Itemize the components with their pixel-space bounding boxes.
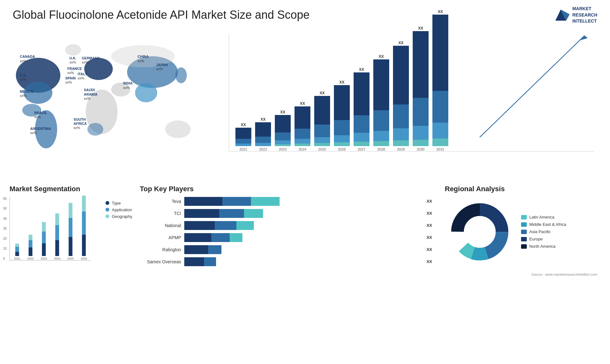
bar-2025: XX 2025 (314, 91, 330, 151)
bar-chart: XX 2021 XX 2022 XX 2023 (229, 34, 594, 152)
map-label-germany: GERMANYxx% (82, 56, 100, 64)
seg-bar-2024: 2024 (51, 213, 63, 260)
north-america-color (521, 244, 527, 249)
seg-legend-geography: Geography (105, 214, 132, 219)
seg-bar-2023: 2023 (38, 222, 50, 260)
svg-point-8 (87, 123, 103, 136)
map-label-india: INDIAxx% (123, 81, 133, 90)
player-row-tci: TCI XX (140, 209, 432, 218)
map-label-brazil: BRAZILxx% (34, 111, 47, 119)
logo-area: MARKET RESEARCH INTELLECT (552, 6, 597, 24)
svg-point-23 (464, 216, 496, 248)
donut-chart (445, 197, 515, 267)
donut-container: Latin America Middle East & Africa Asia … (445, 197, 597, 267)
map-label-uk: U.K.xx% (70, 56, 77, 64)
page-title: Global Fluocinolone Acetonide API Market… (13, 8, 310, 22)
regional-legend: Latin America Middle East & Africa Asia … (521, 215, 566, 249)
legend-north-america: North America (521, 244, 566, 249)
logo-icon (552, 6, 570, 24)
legend-mea: Middle East & Africa (521, 222, 566, 227)
europe-color (521, 237, 527, 241)
seg-legend-type: Type (105, 201, 132, 206)
map-section: CANADAxx% U.S.xx% MEXICOxx% BRAZILxx% AR… (10, 28, 216, 180)
regional-title: Regional Analysis (445, 185, 597, 193)
map-label-spain: SPAINxx% (65, 76, 76, 84)
mea-color (521, 222, 527, 227)
source-text: Source : www.marketresearchintellect.com (0, 271, 610, 278)
bar-2026: XX 2026 (334, 80, 350, 151)
latin-america-color (521, 215, 527, 219)
map-label-canada: CANADAxx% (20, 55, 35, 63)
player-row-national: National XX (140, 221, 432, 230)
header: Global Fluocinolone Acetonide API Market… (0, 0, 610, 28)
map-label-argentina: ARGENTINAxx% (30, 127, 51, 135)
asia-pacific-color (521, 230, 527, 234)
player-bar-samex (184, 257, 422, 266)
bar-2028: XX 2028 (373, 54, 389, 151)
legend-asia-pacific: Asia Pacific (521, 229, 566, 234)
player-bar-apmp (184, 233, 422, 242)
seg-bar-2025: 2025 (65, 203, 76, 260)
player-row-ralington: Ralington XX (140, 245, 432, 254)
content-area: CANADAxx% U.S.xx% MEXICOxx% BRAZILxx% AR… (0, 28, 610, 271)
legend-latin-america: Latin America (521, 215, 566, 219)
regional-section: Regional Analysis (442, 183, 600, 271)
svg-point-13 (165, 120, 191, 138)
seg-chart-area: 6050403020100 2021 (10, 197, 91, 260)
map-label-mexico: MEXICOxx% (20, 90, 34, 98)
player-row-samex: Samex Overseas XX (140, 257, 432, 266)
segmentation-section: Market Segmentation 6050403020100 2021 (10, 183, 130, 271)
svg-point-14 (65, 44, 81, 56)
bar-chart-section: XX 2021 XX 2022 XX 2023 (216, 28, 600, 180)
bar-2021: XX 2021 (235, 123, 251, 151)
player-bar-tci (184, 209, 422, 218)
player-row-apmp: APMP XX (140, 233, 432, 242)
seg-bar-2021: 2021 (11, 244, 23, 260)
seg-legend-application: Application (105, 207, 132, 212)
bar-2030: XX 2030 (413, 26, 429, 151)
world-map: CANADAxx% U.S.xx% MEXICOxx% BRAZILxx% AR… (10, 31, 216, 164)
map-label-saudi: SAUDIARABIAxx% (84, 88, 98, 101)
players-title: Top Key Players (140, 185, 432, 193)
type-legend-dot (105, 201, 109, 205)
player-row-teva: Teva XX (140, 197, 432, 206)
player-bar-teva (184, 197, 422, 206)
bottom-area: Market Segmentation 6050403020100 2021 (10, 180, 600, 271)
player-bar-national (184, 221, 422, 230)
map-svg (10, 31, 213, 164)
map-label-japan: JAPANxx% (156, 63, 168, 71)
seg-bar-2022: 2022 (25, 235, 36, 260)
map-label-china: CHINAxx% (138, 55, 149, 63)
map-label-us: U.S.xx% (20, 73, 27, 82)
seg-legend: Type Application Geography (105, 201, 132, 260)
seg-chart-wrapper: 6050403020100 2021 (10, 197, 130, 260)
seg-bar-2026: 2026 (78, 196, 90, 260)
seg-y-axis: 6050403020100 (3, 197, 7, 260)
players-section: Top Key Players Teva XX TCI XX (137, 183, 435, 271)
bar-2031: XX 2031 (432, 10, 448, 151)
legend-europe: Europe (521, 237, 566, 241)
logo-text: MARKET RESEARCH INTELLECT (572, 6, 597, 24)
bar-2023: XX 2023 (275, 110, 291, 151)
bar-2027: XX 2027 (354, 67, 369, 151)
bar-2024: XX 2024 (295, 101, 310, 151)
svg-point-10 (135, 83, 157, 102)
geography-legend-dot (105, 214, 109, 218)
player-bar-ralington (184, 245, 422, 254)
map-label-south-africa: SOUTHAFRICAxx% (74, 118, 87, 130)
bar-2022: XX 2022 (255, 117, 271, 151)
bar-2029: XX 2029 (393, 41, 409, 151)
seg-bars: 2021 2022 (10, 197, 91, 260)
segmentation-title: Market Segmentation (10, 185, 130, 193)
map-label-italy: ITALYxx% (78, 72, 87, 80)
application-legend-dot (105, 208, 109, 212)
svg-point-12 (175, 67, 187, 83)
